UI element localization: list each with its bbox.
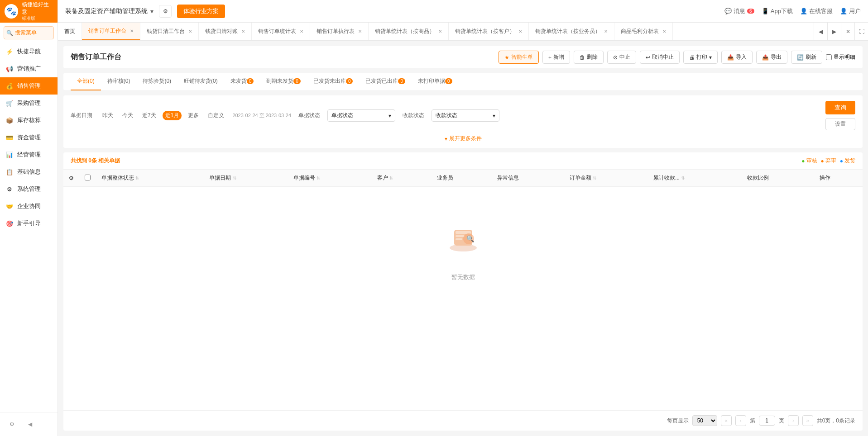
date-opt-today[interactable]: 今天 <box>120 111 136 120</box>
table-header-row: ⚙ 单据整体状态 ⇅ 单据日期 ⇅ <box>63 170 863 187</box>
close-tab-sales-order-exec[interactable]: ✕ <box>358 29 362 34</box>
subtab-wangpu-ship[interactable]: 旺铺待发货(0) <box>177 73 224 90</box>
tab-cash-daily[interactable]: 钱货日清工作台 ✕ <box>140 23 199 40</box>
app-download-btn[interactable]: 📱 App下载 <box>762 7 793 15</box>
sidebar-item-basic-info[interactable]: 📋 基础信息 <box>0 163 58 180</box>
new-btn[interactable]: + 新增 <box>542 51 570 64</box>
sidebar-item-quick-nav[interactable]: ⚡ 快捷导航 <box>0 43 58 60</box>
topbar-settings-btn[interactable]: ⚙ <box>159 5 172 18</box>
close-tab-cash-reconcile[interactable]: ✕ <box>241 29 245 34</box>
import-btn[interactable]: 📥 导入 <box>721 51 753 64</box>
subtab-pending-review[interactable]: 待审核(0) <box>101 73 137 90</box>
export-btn[interactable]: 📤 导出 <box>756 51 787 64</box>
tab-product-margin[interactable]: 商品毛利分析表 ✕ <box>614 23 673 40</box>
prev-page-btn[interactable]: ‹ <box>735 415 746 426</box>
tab-cash-reconcile[interactable]: 钱货日清对账 ✕ <box>199 23 252 40</box>
subtab-all[interactable]: 全部(0) <box>71 73 101 90</box>
subtab-not-shipped[interactable]: 未发货0 <box>224 73 260 90</box>
tab-scroll-right-btn[interactable]: ▶ <box>827 23 841 41</box>
sidebar-item-sales[interactable]: 💰 销售管理 <box>0 77 58 95</box>
tab-sales-order-exec[interactable]: 销售订单执行表 ✕ <box>310 23 369 40</box>
cancel-stop-btn[interactable]: ↩ 取消中止 <box>640 51 680 64</box>
close-tab-sales-stat-customer[interactable]: ✕ <box>518 29 522 34</box>
subtab-pending-inspect[interactable]: 待拣验货(0) <box>136 73 177 90</box>
col-checkbox[interactable] <box>79 170 96 187</box>
solution-btn[interactable]: 体验行业方案 <box>177 5 225 18</box>
col-customer[interactable]: 客户 ⇅ <box>372 170 432 187</box>
date-opt-last7[interactable]: 近7天 <box>139 111 159 120</box>
select-all-checkbox[interactable] <box>85 175 91 180</box>
review-action-btn[interactable]: ● 审核 <box>801 157 817 165</box>
system-title-dropdown[interactable]: ▾ <box>150 8 153 15</box>
query-btn[interactable]: 查询 <box>825 101 855 114</box>
tab-sales-stat-product[interactable]: 销货单统计表（按商品） ✕ <box>369 23 449 40</box>
next-page-btn[interactable]: › <box>788 415 799 426</box>
date-opt-last1m[interactable]: 近1月 <box>163 111 182 120</box>
sidebar-item-purchase[interactable]: 🛒 采购管理 <box>0 95 58 112</box>
online-service-btn[interactable]: 👤 在线客服 <box>800 7 833 15</box>
col-doc-status[interactable]: 单据整体状态 ⇅ <box>96 170 204 187</box>
subtab-shipped-not-out[interactable]: 已发货未出库0 <box>307 73 360 90</box>
refresh-btn[interactable]: 🔄 刷新 <box>791 51 822 64</box>
sidebar-item-marketing[interactable]: 📢 营销推广 <box>0 60 58 77</box>
tab-sales-order-workspace[interactable]: 销售订单工作台 ✕ <box>82 23 140 40</box>
show-detail-label[interactable]: 显示明细 <box>826 53 855 61</box>
payment-status-select[interactable]: 收款状态 ▾ <box>432 109 499 122</box>
date-opt-yesterday[interactable]: 昨天 <box>100 111 116 120</box>
tab-sales-stat-customer[interactable]: 销货单统计表（按客户） ✕ <box>449 23 529 40</box>
sidebar: 🐾 畅捷通好生意 标准版 🔍 搜索菜单 ⚡ 快捷导航 📢 营销推广 💰 销售管理… <box>0 0 58 436</box>
subtab-overdue-not-shipped[interactable]: 到期未发货0 <box>260 73 307 90</box>
col-order-amount[interactable]: 订单金额 ⇅ <box>564 170 648 187</box>
tab-close-current-btn[interactable]: ✕ <box>841 23 854 41</box>
col-settings[interactable]: ⚙ <box>63 170 79 187</box>
sidebar-item-guide[interactable]: 🎯 新手引导 <box>0 215 58 232</box>
print-btn[interactable]: 🖨 打印 ▾ <box>683 51 718 64</box>
subtab-not-printed[interactable]: 未打印单据0 <box>412 73 459 90</box>
expand-filter-btn[interactable]: ▾ 展开更多条件 <box>445 135 482 142</box>
col-doc-date[interactable]: 单据日期 ⇅ <box>204 170 288 187</box>
smart-generate-btn[interactable]: ★ 智能生单 <box>499 51 539 64</box>
delete-btn[interactable]: 🗑 删除 <box>574 51 604 64</box>
tab-maximize-btn[interactable]: ⛶ <box>854 23 868 41</box>
close-tab-cash-daily[interactable]: ✕ <box>188 29 192 34</box>
ship-action-btn[interactable]: ● 发货 <box>840 157 855 165</box>
filter-setting-btn[interactable]: 设置 <box>825 118 855 130</box>
stop-btn[interactable]: ⊘ 中止 <box>607 51 636 64</box>
page-size-select[interactable]: 50 10 20 100 <box>692 415 717 426</box>
page-title: 销售订单工作台 <box>71 52 121 62</box>
close-tab-sales-stat-staff[interactable]: ✕ <box>604 29 608 34</box>
show-detail-checkbox[interactable] <box>826 54 832 60</box>
close-tab-sales-stat-product[interactable]: ✕ <box>438 29 442 34</box>
first-page-btn[interactable]: « <box>721 415 732 426</box>
message-btn[interactable]: 💬 消息 6 <box>724 7 754 15</box>
date-opt-custom[interactable]: 自定义 <box>205 111 227 120</box>
settings-icon-btn[interactable]: ⚙ <box>5 417 19 431</box>
sidebar-item-operations[interactable]: 📊 经营管理 <box>0 146 58 163</box>
subtab-shipped-out[interactable]: 已发货已出库0 <box>359 73 412 90</box>
cancel-review-action-btn[interactable]: ● 弃审 <box>821 157 836 165</box>
doc-status-select[interactable]: 单据状态 ▾ <box>327 109 395 122</box>
date-opt-more[interactable]: 更多 <box>185 111 201 120</box>
collapse-sidebar-btn[interactable]: ◀ <box>23 417 37 431</box>
col-doc-no[interactable]: 单据编号 ⇅ <box>288 170 372 187</box>
tab-sales-stat-staff[interactable]: 销货单统计表（按业务员） ✕ <box>529 23 614 40</box>
sidebar-item-inventory[interactable]: 📦 库存核算 <box>0 112 58 129</box>
page-number-input[interactable] <box>759 416 775 426</box>
table-scroll-area[interactable]: ⚙ 单据整体状态 ⇅ 单据日期 ⇅ <box>63 170 863 410</box>
sidebar-item-finance[interactable]: 💳 资金管理 <box>0 129 58 146</box>
sidebar-item-enterprise[interactable]: 🤝 企业协同 <box>0 198 58 215</box>
last-page-btn[interactable]: » <box>802 415 813 426</box>
message-icon: 💬 <box>724 8 732 14</box>
close-tab-sales-order-stat[interactable]: ✕ <box>300 29 303 34</box>
operations-icon: 📊 <box>5 151 14 159</box>
close-tab-sales-order-workspace[interactable]: ✕ <box>130 28 134 33</box>
tab-scroll-left-btn[interactable]: ◀ <box>814 23 827 41</box>
sidebar-item-system[interactable]: ⚙ 系统管理 <box>0 180 58 198</box>
col-cumulative-receipt[interactable]: 累计收款... ⇅ <box>648 170 742 187</box>
system-icon: ⚙ <box>5 185 14 193</box>
close-tab-product-margin[interactable]: ✕ <box>662 29 666 34</box>
sidebar-search-button[interactable]: 🔍 搜索菜单 <box>4 26 54 39</box>
tab-sales-order-stat[interactable]: 销售订单统计表 ✕ <box>252 23 310 40</box>
user-menu-btn[interactable]: 👤 用户 <box>840 7 861 15</box>
tab-home[interactable]: 首页 <box>58 23 82 40</box>
